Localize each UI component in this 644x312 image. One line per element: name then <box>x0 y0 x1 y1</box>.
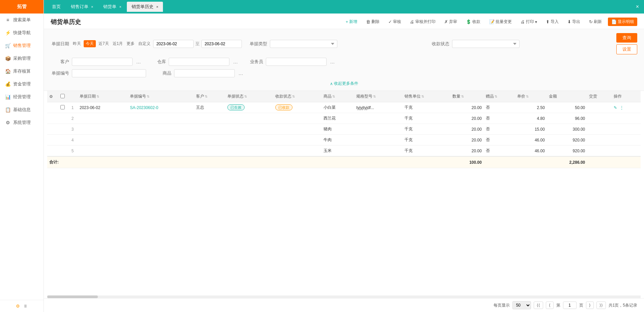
tab-sales-order-close[interactable]: × <box>91 5 93 9</box>
horizontal-scrollbar[interactable] <box>47 295 641 298</box>
cell-doc-num[interactable] <box>128 113 194 124</box>
page-prev-button[interactable]: ⟨ <box>546 302 554 309</box>
content-area: 销货单历史 + 新增 🗑 删除 ✓ 审核 🖨 审核并打印 <box>44 14 644 312</box>
shortcut-1month[interactable]: 近1月 <box>112 40 124 47</box>
page-header: 销货单历史 + 新增 🗑 删除 ✓ 审核 🖨 审核并打印 <box>44 14 644 29</box>
cell-doc-num[interactable] <box>128 146 194 157</box>
cell-actions <box>612 135 641 146</box>
warehouse-input[interactable] <box>169 58 229 66</box>
salesperson-dots[interactable]: ... <box>330 59 335 65</box>
cell-doc-num[interactable]: SA-20230602-0 <box>128 102 194 113</box>
tab-sales-goods[interactable]: 销货单 × <box>99 2 126 12</box>
date-from-input[interactable] <box>153 40 194 48</box>
th-checkbox[interactable] <box>57 91 67 102</box>
th-doc-date[interactable]: 单据日期⇅ <box>78 91 128 102</box>
cell-checkbox[interactable] <box>57 113 67 124</box>
tab-sales-history[interactable]: 销货单历史 × <box>127 2 163 12</box>
warehouse-dots[interactable]: ... <box>233 59 237 65</box>
th-customer[interactable]: 客户⇅ <box>194 91 226 102</box>
shortcut-custom[interactable]: 自定义 <box>137 40 151 47</box>
shortcut-yesterday[interactable]: 昨天 <box>72 40 82 47</box>
th-qty[interactable]: 数量⇅ <box>450 91 484 102</box>
import-button[interactable]: ⬆ 导入 <box>543 18 561 26</box>
tab-home[interactable]: 首页 <box>47 2 65 12</box>
th-collect-status[interactable]: 收款状态⇅ <box>273 91 321 102</box>
abandon-button[interactable]: ✗ 弃审 <box>442 18 460 26</box>
salesperson-input[interactable] <box>266 58 327 66</box>
goods-input[interactable] <box>174 69 235 77</box>
doc-type-select[interactable] <box>270 40 337 48</box>
goods-dots[interactable]: ... <box>239 70 243 76</box>
batch-change-button[interactable]: 📝 批量变更 <box>486 18 514 26</box>
settings-bottom-icon[interactable]: ⚙ <box>16 304 20 309</box>
cell-checkbox[interactable] <box>57 102 67 113</box>
audit-print-button[interactable]: 🖨 审核并打印 <box>407 18 438 26</box>
print-button[interactable]: 🖨 打印 ▾ <box>518 18 540 26</box>
cell-settings <box>47 146 57 157</box>
sidebar-item-sales[interactable]: 🛒 销售管理 <box>0 39 44 52</box>
nav-close-button[interactable]: × <box>634 4 641 10</box>
page-last-button[interactable]: ⟩⟩ <box>596 302 606 309</box>
th-settings[interactable]: ⚙ <box>47 91 57 102</box>
tab-sales-history-close[interactable]: × <box>156 5 158 9</box>
edit-action[interactable]: ✎ <box>614 105 617 110</box>
collect-button[interactable]: 💲 收款 <box>463 18 483 26</box>
audit-button[interactable]: ✓ 审核 <box>386 18 404 26</box>
shortcut-more[interactable]: 更多 <box>125 40 136 47</box>
doc-num-input[interactable] <box>72 69 146 77</box>
settings-gear-icon[interactable]: ⚙ <box>49 94 53 99</box>
sidebar-item-purchase[interactable]: 📦 采购管理 <box>0 52 44 65</box>
sidebar-item-finance[interactable]: 💰 资金管理 <box>0 78 44 90</box>
cell-checkbox[interactable] <box>57 146 67 157</box>
collapse-button[interactable]: ∧ 收起更多条件 <box>330 81 358 86</box>
goods-label: 商品 <box>153 70 171 76</box>
th-unit[interactable]: 销售单位⇅ <box>402 91 450 102</box>
sidebar-item-system[interactable]: ⚙ 系统管理 <box>0 116 44 129</box>
pause-icon[interactable]: ⏸ <box>23 304 28 309</box>
sidebar-item-operation[interactable]: 📊 经营管理 <box>0 90 44 103</box>
cell-doc-num[interactable] <box>128 124 194 135</box>
select-all-checkbox[interactable] <box>60 94 65 98</box>
query-button[interactable]: 查询 <box>616 33 637 43</box>
cell-transaction <box>587 135 612 146</box>
sidebar-item-basic[interactable]: 📋 基础信息 <box>0 103 44 116</box>
shortcut-7days[interactable]: 近7天 <box>97 40 110 47</box>
th-gift[interactable]: 赠品⇅ <box>484 91 515 102</box>
customer-input[interactable] <box>72 58 133 66</box>
cell-collect-status <box>273 124 321 135</box>
table-row: 4 牛肉 千克 20.00 否 46.00 920.00 <box>47 135 641 146</box>
top-nav: 首页 销售订单 × 销货单 × 销货单历史 × × <box>44 0 644 14</box>
new-button[interactable]: + 新增 <box>343 18 360 26</box>
th-goods[interactable]: 商品⇅ <box>321 91 355 102</box>
show-detail-button[interactable]: 📄 显示明细 <box>608 18 637 26</box>
cell-checkbox[interactable] <box>57 124 67 135</box>
export-button[interactable]: ⬇ 导出 <box>565 18 583 26</box>
collection-status-select[interactable] <box>452 40 520 48</box>
scrollbar-thumb[interactable] <box>47 295 98 298</box>
tab-sales-order[interactable]: 销售订单 × <box>66 2 98 12</box>
date-to-input[interactable] <box>201 40 242 48</box>
sidebar-item-quicknav[interactable]: ⚡ 快捷导航 <box>0 26 44 39</box>
page-number-input[interactable] <box>563 302 577 309</box>
page-size-select[interactable]: 50 20 100 <box>512 301 531 309</box>
th-amount: 金额 <box>547 91 587 102</box>
th-doc-status[interactable]: 单据状态⇅ <box>225 91 273 102</box>
th-price[interactable]: 单价⇅ <box>515 91 547 102</box>
page-next-button[interactable]: ⟩ <box>586 302 594 309</box>
customer-dots[interactable]: ... <box>136 59 141 65</box>
shortcut-today[interactable]: 今天 <box>84 40 96 47</box>
delete-button[interactable]: 🗑 删除 <box>363 18 382 26</box>
page-first-button[interactable]: ⟨⟨ <box>534 302 543 309</box>
batch-change-icon: 📝 <box>489 19 495 24</box>
more-action[interactable]: ⋮ <box>620 105 624 110</box>
set-button[interactable]: 设置 <box>616 44 637 54</box>
th-spec[interactable]: 规格型号⇅ <box>354 91 402 102</box>
refresh-button[interactable]: ↻ 刷新 <box>586 18 605 26</box>
cell-checkbox[interactable] <box>57 135 67 146</box>
tab-sales-goods-close[interactable]: × <box>119 5 121 9</box>
sidebar-item-inventory[interactable]: 🏠 库存核算 <box>0 65 44 78</box>
th-doc-num[interactable]: 单据编号⇅ <box>128 91 194 102</box>
sidebar-item-search[interactable]: ≡ 搜索菜单 <box>0 14 44 26</box>
cell-doc-num[interactable] <box>128 135 194 146</box>
row-checkbox[interactable] <box>60 105 65 109</box>
